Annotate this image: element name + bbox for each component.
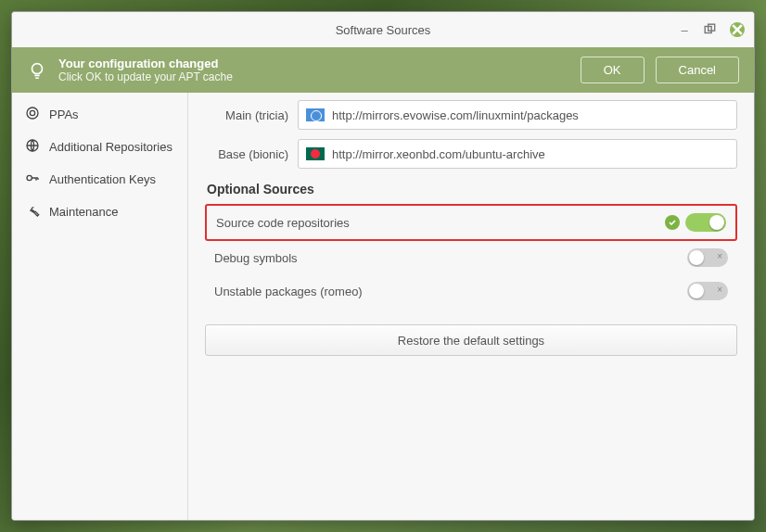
notification-bar: Your configuration changed Click OK to u… <box>12 47 754 93</box>
optional-label: Debug symbols <box>214 251 687 265</box>
minimize-button[interactable]: – <box>678 23 691 36</box>
cancel-button[interactable]: Cancel <box>656 57 739 83</box>
window: Software Sources – Your configuration ch… <box>11 11 755 521</box>
sidebar: PPAs Additional Repositories Authenticat… <box>12 93 188 520</box>
sidebar-item-ppas[interactable]: PPAs <box>12 98 187 131</box>
target-icon <box>25 106 40 123</box>
wrench-icon <box>25 203 40 221</box>
svg-point-4 <box>30 110 34 115</box>
sidebar-item-additional-repos[interactable]: Additional Repositories <box>12 131 187 163</box>
notification-title: Your configuration changed <box>58 57 569 70</box>
notification-subtitle: Click OK to update your APT cache <box>58 70 569 83</box>
main-mirror-field[interactable]: http://mirrors.evowise.com/linuxmint/pac… <box>298 100 737 130</box>
sidebar-item-label: PPAs <box>49 108 79 121</box>
main-mirror-url: http://mirrors.evowise.com/linuxmint/pac… <box>332 108 579 122</box>
optional-row-source-code: Source code repositories <box>205 204 737 241</box>
sidebar-item-auth-keys[interactable]: Authentication Keys <box>12 163 187 196</box>
lightbulb-icon <box>27 60 47 81</box>
base-mirror-row: Base (bionic) http://mirror.xeonbd.com/u… <box>205 139 737 169</box>
main-mirror-row: Main (tricia) http://mirrors.evowise.com… <box>205 100 737 130</box>
sidebar-item-label: Authentication Keys <box>49 172 156 186</box>
flag-icon <box>306 147 325 160</box>
base-mirror-field[interactable]: http://mirror.xeonbd.com/ubuntu-archive <box>298 139 737 169</box>
main-panel: Main (tricia) http://mirrors.evowise.com… <box>188 93 754 520</box>
restore-defaults-button[interactable]: Restore the default settings <box>205 324 737 356</box>
unstable-packages-toggle[interactable]: × <box>687 282 728 300</box>
optional-status <box>665 213 726 232</box>
flag-icon <box>306 108 325 121</box>
sidebar-item-label: Maintenance <box>49 205 118 219</box>
key-icon <box>25 171 40 188</box>
ok-button[interactable]: OK <box>581 57 645 83</box>
notification-text: Your configuration changed Click OK to u… <box>58 57 569 83</box>
source-code-toggle[interactable] <box>685 213 726 232</box>
sidebar-item-label: Additional Repositories <box>49 140 172 154</box>
close-button[interactable] <box>730 22 745 37</box>
optional-row-debug: Debug symbols × <box>205 241 737 274</box>
debug-symbols-toggle[interactable]: × <box>687 248 728 267</box>
check-icon <box>665 215 680 230</box>
base-mirror-url: http://mirror.xeonbd.com/ubuntu-archive <box>332 147 545 161</box>
optional-label: Unstable packages (romeo) <box>214 285 687 298</box>
svg-point-6 <box>27 175 32 180</box>
sidebar-item-maintenance[interactable]: Maintenance <box>12 196 187 228</box>
body: PPAs Additional Repositories Authenticat… <box>12 93 754 520</box>
svg-point-3 <box>27 108 38 119</box>
optional-sources-title: Optional Sources <box>207 182 737 196</box>
titlebar-controls: – <box>678 22 745 37</box>
base-mirror-label: Base (bionic) <box>205 147 288 161</box>
svg-point-2 <box>32 63 43 73</box>
maximize-button[interactable] <box>704 23 717 36</box>
optional-label: Source code repositories <box>216 216 665 230</box>
globe-icon <box>25 138 40 156</box>
titlebar: Software Sources – <box>12 12 754 47</box>
main-mirror-label: Main (tricia) <box>205 108 288 122</box>
optional-row-unstable: Unstable packages (romeo) × <box>205 274 737 308</box>
window-title: Software Sources <box>336 23 431 37</box>
